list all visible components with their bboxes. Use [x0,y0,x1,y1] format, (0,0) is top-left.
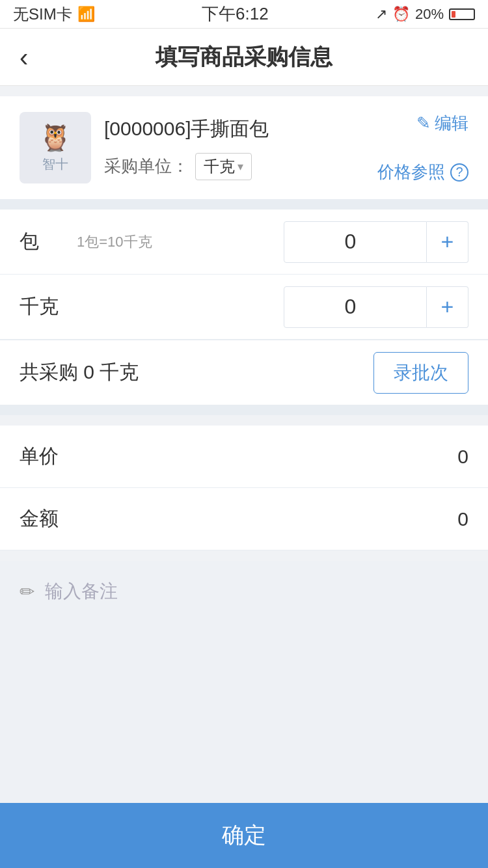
content-spacer [0,622,488,804]
kg-input-group: + [284,286,468,328]
price-ref-label: 价格参照 [377,161,445,183]
pencil-icon: ✏ [20,581,34,603]
input-section: 包 1包=10千克 + 千克 + 共采购 0 千克 录批次 [0,210,488,405]
status-right: ↗ ⏰ 20% [375,6,475,23]
carrier-label: 无SIM卡 [13,4,72,25]
edit-icon: ✎ [416,113,431,133]
amount-label: 金额 [20,506,59,532]
bag-input-group: + [284,221,468,263]
unit-price-value: 0 [457,446,468,468]
status-time: 下午6:12 [202,3,269,25]
unit-select[interactable]: 千克 ▾ [195,153,252,180]
product-logo-icon: 🦉 [39,122,72,153]
unit-label: 采购单位： [104,155,189,178]
battery-icon [449,8,475,20]
unit-dropdown-icon: ▾ [237,159,243,174]
note-section[interactable]: ✏ 输入备注 [0,561,488,622]
nav-bar: ‹ 填写商品采购信息 [0,29,488,86]
note-placeholder: 输入备注 [45,579,118,604]
bag-input-row: 包 1包=10千克 + [0,210,488,275]
bag-sub-label: 1包=10千克 [77,232,152,252]
record-batch-button[interactable]: 录批次 [373,352,468,394]
kg-input-row: 千克 + [0,275,488,340]
unit-price-label: 单价 [20,443,59,470]
kg-quantity-input[interactable] [284,286,427,328]
back-button[interactable]: ‹ [20,44,41,70]
page-title: 填写商品采购信息 [156,42,332,72]
section-divider-2 [0,405,488,415]
bag-quantity-input[interactable] [284,221,427,263]
amount-value: 0 [457,508,468,530]
amount-row: 金额 0 [0,488,488,550]
wifi-icon: 📶 [77,6,95,23]
product-name: [0000006]手撕面包 [104,116,468,142]
status-bar: 无SIM卡 📶 下午6:12 ↗ ⏰ 20% [0,0,488,29]
edit-label: 编辑 [435,112,468,135]
bag-label: 包 [20,228,72,255]
price-ref-button[interactable]: 价格参照 ? [377,161,468,183]
total-label: 共采购 0 千克 [20,359,139,386]
alarm-icon: ⏰ [392,6,410,23]
edit-button[interactable]: ✎ 编辑 [416,112,468,135]
price-section: 单价 0 金额 0 [0,426,488,550]
kg-plus-button[interactable]: + [427,286,468,328]
product-card: 🦉 智十 [0000006]手撕面包 采购单位： 千克 ▾ ✎ 编辑 价格参照 … [0,96,488,199]
product-logo-text: 智十 [42,157,68,171]
help-icon: ? [450,163,468,182]
location-icon: ↗ [375,6,387,23]
confirm-button[interactable]: 确定 [0,803,488,868]
bag-plus-button[interactable]: + [427,221,468,263]
unit-value: 千克 [204,156,235,177]
status-left: 无SIM卡 📶 [13,4,95,25]
kg-label: 千克 [20,293,72,320]
unit-price-row: 单价 0 [0,426,488,488]
battery-percent: 20% [415,6,444,23]
section-divider-1 [0,199,488,210]
total-row: 共采购 0 千克 录批次 [0,340,488,405]
product-image: 🦉 智十 [20,112,91,183]
